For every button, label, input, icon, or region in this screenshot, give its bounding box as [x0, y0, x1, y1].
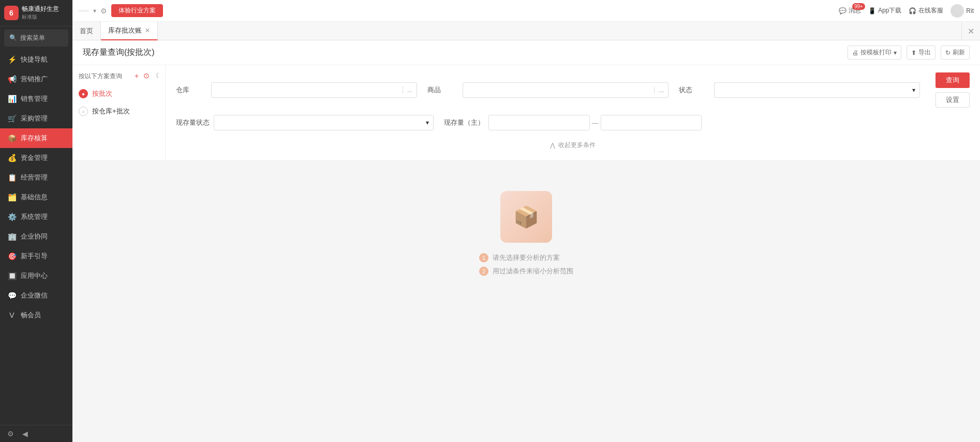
tab-close-btn[interactable]: ✕ [961, 22, 980, 40]
sidebar-item-label: 畅会员 [21, 311, 41, 320]
product-text-input[interactable] [463, 86, 654, 94]
refresh-btn[interactable]: ↻ 刷新 [941, 46, 970, 60]
breadcrumb [79, 10, 89, 12]
online-service-btn[interactable]: 🎧 在线客服 [909, 6, 943, 15]
settings-footer-btn[interactable]: ⚙ [7, 430, 14, 438]
filter-settings-icon[interactable]: ⊙ [143, 71, 150, 81]
filter-item-batch[interactable]: ● 按批次 [72, 85, 165, 102]
status-select[interactable]: ▾ [714, 82, 920, 98]
message-btn[interactable]: 💬 消息 99+ [839, 6, 861, 15]
wechat-icon: 💬 [7, 291, 17, 300]
sidebar-item-purchase[interactable]: 🛒 采购管理 [0, 109, 72, 128]
guide-icon: 🎯 [7, 252, 17, 261]
product-input[interactable]: ... [463, 82, 669, 98]
topbar-gear-btn[interactable]: ⚙ [100, 7, 107, 15]
sidebar-item-label: 营销推广 [21, 75, 48, 84]
app-download-btn[interactable]: 📱 App下载 [868, 6, 901, 15]
system-icon: ⚙️ [7, 212, 17, 222]
filter-row-2: 现存量状态 ▾ 现存量（主） — [176, 115, 970, 130]
topbar-dropdown-btn[interactable]: ▾ [93, 7, 96, 14]
inventory-qty-max[interactable] [601, 115, 702, 130]
filter-sidebar: 按以下方案查询 ＋ ⊙ 《 ● 按批次 ○ 按仓库+批次 [72, 65, 166, 160]
status-label: 状态 [679, 85, 710, 95]
sidebar-item-basic[interactable]: 🗂️ 基础信息 [0, 187, 72, 207]
print-label: 按模板打印 [860, 48, 892, 57]
operation-icon: 📋 [7, 173, 17, 182]
message-icon: 💬 [839, 7, 847, 14]
collapse-sidebar-btn[interactable]: ◀ [22, 430, 28, 438]
filter-row-1: 仓库 ... 商品 ... 状态 [176, 72, 970, 108]
filter-field-inventory-qty: 现存量（主） — [444, 115, 702, 130]
sidebar-item-quick-nav[interactable]: ⚡ 快捷导航 [0, 50, 72, 69]
empty-tip-2: 2 用过滤条件来缩小分析范围 [479, 267, 573, 276]
filter-collapse-icon[interactable]: 《 [153, 71, 159, 81]
sidebar-item-marketing[interactable]: 📢 营销推广 [0, 69, 72, 89]
page-header: 现存量查询(按批次) 🖨 按模板打印 ▾ ⬆ 导出 ↻ 刷新 [72, 40, 980, 65]
tab-home[interactable]: 首页 [72, 22, 101, 40]
company-info: 畅康通好生意 标准版 [22, 5, 59, 21]
sidebar-item-label: 快捷导航 [21, 55, 48, 64]
user-name: Rit [966, 7, 974, 14]
filter-warehouse-batch-icon: ○ [79, 107, 88, 116]
warehouse-text-input[interactable] [212, 86, 403, 94]
tab-batch-account[interactable]: 库存批次账 ✕ [101, 22, 158, 40]
collapse-more-btn[interactable]: ⋀ 收起更多条件 [176, 138, 970, 153]
sidebar-item-guide[interactable]: 🎯 新手引导 [0, 246, 72, 266]
sidebar-item-label: 基础信息 [21, 193, 48, 202]
finance-icon: 💰 [7, 153, 17, 163]
warehouse-dots-btn[interactable]: ... [403, 86, 417, 94]
app-version: 标准版 [22, 13, 59, 21]
filter-batch-label: 按批次 [92, 89, 112, 98]
headset-icon: 🎧 [909, 7, 916, 14]
search-icon: 🔍 [9, 34, 17, 41]
tab-batch-account-label: 库存批次账 [108, 26, 142, 35]
sidebar-item-label: 销售管理 [21, 94, 48, 104]
inventory-qty-min[interactable] [488, 115, 590, 130]
filter-field-inventory-status: 现存量状态 ▾ [176, 115, 434, 130]
sidebar-item-inventory[interactable]: 📦 库存核算 [0, 128, 72, 148]
export-btn[interactable]: ⬆ 导出 [907, 46, 936, 60]
tab-close-icon[interactable]: ✕ [145, 27, 150, 34]
search-menu[interactable]: 🔍 搜索菜单 [4, 30, 68, 47]
sidebar-item-label: 企业协同 [21, 232, 48, 241]
product-dots-btn[interactable]: ... [654, 86, 668, 94]
sidebar-item-label: 企业微信 [21, 291, 48, 300]
sidebar-item-system[interactable]: ⚙️ 系统管理 [0, 207, 72, 227]
refresh-icon: ↻ [945, 49, 951, 56]
sidebar-item-operation[interactable]: 📋 经营管理 [0, 168, 72, 187]
inventory-icon: 📦 [7, 134, 17, 143]
filter-field-warehouse: 仓库 ... [176, 82, 417, 98]
sidebar-item-finance[interactable]: 💰 资金管理 [0, 148, 72, 168]
filter-sidebar-icons: ＋ ⊙ 《 [133, 71, 159, 81]
message-badge: 99+ [852, 3, 865, 10]
tip-text-2: 用过滤条件来缩小分析范围 [493, 267, 573, 276]
refresh-label: 刷新 [953, 48, 965, 57]
sidebar-item-wechat[interactable]: 💬 企业微信 [0, 286, 72, 305]
sidebar-item-sales[interactable]: 📊 销售管理 [0, 89, 72, 109]
filter-add-icon[interactable]: ＋ [133, 71, 140, 81]
sidebar-item-label: 新手引导 [21, 252, 48, 261]
filter-item-warehouse-batch[interactable]: ○ 按仓库+批次 [72, 102, 165, 120]
sidebar-nav: ⚡ 快捷导航 📢 营销推广 📊 销售管理 🛒 采购管理 📦 库存核算 💰 资金管… [0, 50, 72, 425]
settings-button[interactable]: 设置 [936, 92, 970, 108]
query-button[interactable]: 查询 [936, 72, 970, 88]
topbar: ▾ ⚙ 体验行业方案 💬 消息 99+ 📱 App下载 🎧 在线客服 Rit [72, 0, 980, 22]
sidebar-item-label: 应用中心 [21, 271, 48, 281]
sidebar-item-enterprise[interactable]: 🏢 企业协同 [0, 227, 72, 246]
print-btn[interactable]: 🖨 按模板打印 ▾ [848, 46, 901, 60]
product-label: 商品 [427, 85, 458, 95]
chevron-up-icon: ⋀ [550, 142, 555, 149]
warehouse-label: 仓库 [176, 85, 207, 95]
tip-num-1: 1 [479, 253, 488, 262]
user-profile-btn[interactable]: Rit [951, 4, 974, 18]
sidebar-item-member[interactable]: V 畅会员 [0, 305, 72, 325]
empty-illustration: 📦 [500, 191, 552, 243]
avatar [951, 4, 964, 18]
filter-sidebar-header: 按以下方案查询 ＋ ⊙ 《 [72, 71, 165, 85]
sidebar-item-app-center[interactable]: 🔲 应用中心 [0, 266, 72, 286]
warehouse-input[interactable]: ... [211, 82, 417, 98]
inventory-status-select[interactable]: ▾ [214, 115, 434, 130]
status-dropdown-icon: ▾ [912, 86, 915, 94]
trial-btn[interactable]: 体验行业方案 [111, 4, 163, 17]
tip-text-1: 请先选择要分析的方案 [493, 253, 560, 262]
